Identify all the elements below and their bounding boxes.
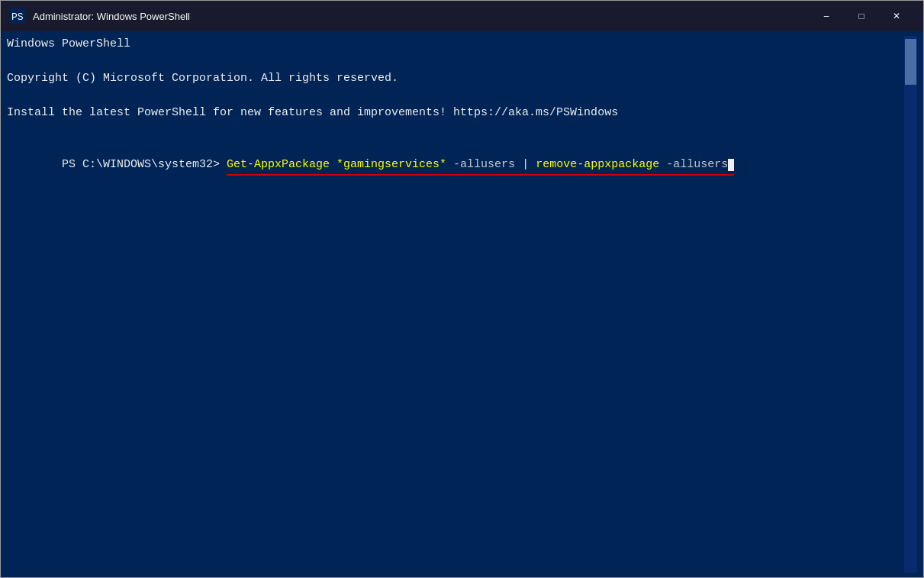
maximize-button[interactable]: □ — [844, 1, 879, 31]
cmd-param2: -allusers — [659, 158, 728, 171]
cmd-pipe: | — [515, 158, 536, 171]
cmd-cmd2: remove-appxpackage — [536, 158, 659, 171]
terminal-body[interactable]: Windows PowerShell Copyright (C) Microso… — [1, 31, 923, 577]
window-controls: – □ ✕ — [809, 1, 914, 31]
line-title: Windows PowerShell — [7, 36, 904, 53]
line-copyright: Copyright (C) Microsoft Corporation. All… — [7, 70, 904, 88]
scrollbar-thumb[interactable] — [905, 39, 916, 85]
minimize-button[interactable]: – — [809, 1, 844, 31]
title-bar: PS Administrator: Windows PowerShell – □… — [1, 1, 923, 31]
close-button[interactable]: ✕ — [879, 1, 914, 31]
powershell-window: PS Administrator: Windows PowerShell – □… — [0, 0, 924, 578]
line-install: Install the latest PowerShell for new fe… — [7, 105, 904, 122]
cmd-underline-line — [227, 174, 734, 176]
scrollbar[interactable] — [904, 36, 917, 573]
cmd-underline-wrapper: Get-AppxPackage *gamingservices* -alluse… — [227, 157, 734, 174]
cmd-prompt: PS C:\WINDOWS\system32> — [62, 158, 227, 171]
cursor — [728, 159, 734, 171]
line-command: PS C:\WINDOWS\system32> Get-AppxPackage … — [7, 139, 904, 191]
powershell-icon: PS — [10, 8, 25, 24]
window-title: Administrator: Windows PowerShell — [33, 11, 809, 22]
terminal-content: Windows PowerShell Copyright (C) Microso… — [7, 36, 904, 573]
svg-text:PS: PS — [11, 11, 24, 23]
cmd-param1: -allusers — [446, 158, 515, 171]
cmd-main: Get-AppxPackage *gamingservices* — [227, 158, 446, 171]
